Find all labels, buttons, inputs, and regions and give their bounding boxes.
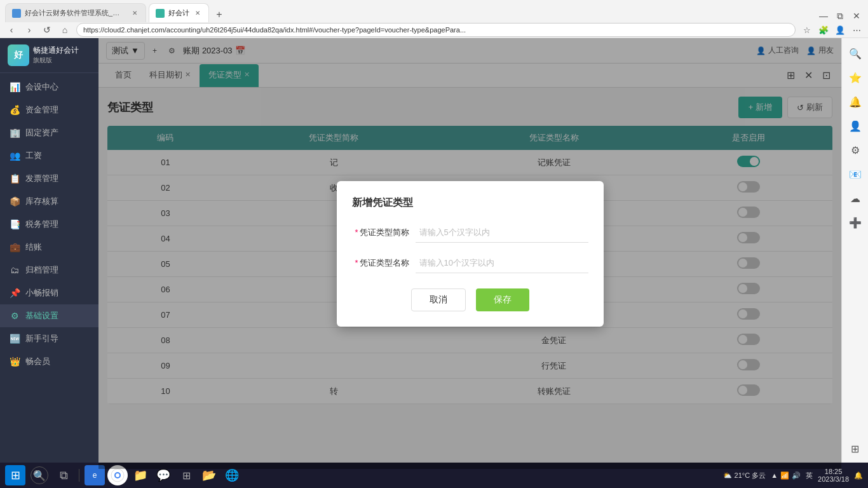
sidebar-label-expense: 小畅报销 <box>25 287 58 299</box>
abbr-label: *凭证类型简称 <box>352 227 416 238</box>
browser-chrome: 好会计云财务软件管理系统_会计 ✕ 好会计 ✕ + — ⧉ ✕ ‹ › ↺ ⌂ … <box>0 0 868 38</box>
sidebar-item-guide[interactable]: 🆕 新手引导 <box>0 327 98 350</box>
home-button[interactable]: ⌂ <box>58 24 71 36</box>
inventory-icon: 📦 <box>9 196 20 207</box>
rp-cloud-icon[interactable]: ☁ <box>845 188 865 208</box>
rp-star-icon[interactable]: ⭐ <box>845 67 865 88</box>
guide-icon: 🆕 <box>9 333 20 344</box>
taskbar-taskview[interactable]: ⧉ <box>53 465 74 485</box>
dialog-box: 新增凭证类型 *凭证类型简称 *凭证类型名称 取消 保存 <box>337 181 604 327</box>
close-browser-button[interactable]: ✕ <box>850 10 863 22</box>
name-input[interactable] <box>416 253 588 273</box>
star-icon[interactable]: ☆ <box>801 24 813 36</box>
rp-search-icon[interactable]: 🔍 <box>845 43 865 64</box>
save-button[interactable]: 保存 <box>476 288 529 311</box>
tray-arrow[interactable]: ▲ <box>771 471 778 479</box>
settlement-icon: 💼 <box>9 241 20 253</box>
tab-close-2[interactable]: ✕ <box>193 9 202 18</box>
dashboard-icon: 📊 <box>9 81 20 93</box>
rp-grid-icon[interactable]: ⊞ <box>845 438 865 459</box>
rp-settings-icon[interactable]: ⚙ <box>845 140 865 160</box>
back-button[interactable]: ‹ <box>5 24 18 36</box>
new-tab-button[interactable]: + <box>212 7 227 22</box>
tray-weather-text: 21°C 多云 <box>735 471 766 480</box>
maximize-button[interactable]: ⧉ <box>834 10 846 22</box>
cancel-button[interactable]: 取消 <box>411 288 466 311</box>
rp-plus-icon[interactable]: ➕ <box>845 212 865 233</box>
tray-notification[interactable]: 🔔 <box>854 471 863 480</box>
right-icon-panel: 🔍 ⭐ 🔔 👤 ⚙ 📧 ☁ ➕ ⊞ ⚙ <box>841 38 868 488</box>
menu-icon[interactable]: ⋯ <box>850 24 863 36</box>
rp-user-icon[interactable]: 👤 <box>845 116 865 136</box>
current-date: 2023/3/18 <box>818 475 849 483</box>
logo-text-block: 畅捷通好会计 旗舰版 <box>33 46 79 65</box>
tax-icon: 📑 <box>9 219 20 230</box>
tray-lang: 英 <box>806 471 813 480</box>
refresh-button[interactable]: ↺ <box>41 24 53 36</box>
sidebar-item-tax[interactable]: 📑 税务管理 <box>0 213 98 236</box>
taskbar-search[interactable]: 🔍 <box>31 466 48 484</box>
sidebar-nav: 📊 会设中心 💰 资金管理 🏢 固定资产 👥 工资 📋 发票管理 📦 库 <box>0 73 98 468</box>
assets-icon: 🏢 <box>9 127 20 139</box>
browser-tab-2[interactable]: 好会计 ✕ <box>149 3 209 22</box>
sys-tray: ⛅ 21°C 多云 <box>723 471 766 480</box>
time-display: 18:25 2023/3/18 <box>818 468 849 483</box>
logo-icon: 好 <box>8 44 29 66</box>
sidebar-label-archive: 归档管理 <box>25 264 58 276</box>
sidebar-item-expense[interactable]: 📌 小畅报销 <box>0 281 98 304</box>
taskbar-right: ⛅ 21°C 多云 ▲ 📶 🔊 英 18:25 2023/3/18 🔔 <box>723 468 863 483</box>
sidebar-item-inventory[interactable]: 📦 库存核算 <box>0 190 98 213</box>
sidebar-item-settlement[interactable]: 💼 结账 <box>0 236 98 259</box>
sidebar-label-settings: 基础设置 <box>25 310 58 322</box>
dialog-footer: 取消 保存 <box>352 288 588 311</box>
svg-point-4 <box>116 473 119 477</box>
sidebar-item-invoice[interactable]: 📋 发票管理 <box>0 167 98 190</box>
tray-sound: 🔊 <box>792 471 801 480</box>
minimize-button[interactable]: — <box>817 10 830 22</box>
dialog-overlay: 新增凭证类型 *凭证类型简称 *凭证类型名称 取消 保存 <box>98 38 841 469</box>
sidebar-label-member: 畅会员 <box>25 356 50 367</box>
tab-close-1[interactable]: ✕ <box>130 9 139 18</box>
tab-title-2: 好会计 <box>168 8 189 18</box>
address-bar: ‹ › ↺ ⌂ https://cloud2.chanjet.com/accou… <box>0 22 868 37</box>
sidebar-item-archive[interactable]: 🗂 归档管理 <box>0 259 98 281</box>
expense-icon: 📌 <box>9 287 20 299</box>
sidebar-label-guide: 新手引导 <box>25 333 58 344</box>
tab-favicon-2 <box>156 9 165 18</box>
profile-icon[interactable]: 👤 <box>834 24 846 36</box>
sidebar-label-invoice: 发票管理 <box>25 173 58 184</box>
sidebar-label-settlement: 结账 <box>25 241 42 253</box>
tray-icons: ▲ 📶 🔊 <box>771 471 801 480</box>
forward-button[interactable]: › <box>23 24 36 36</box>
salary-icon: 👥 <box>9 150 20 161</box>
sidebar-item-settings[interactable]: ⚙ 基础设置 <box>0 304 98 327</box>
logo-title: 畅捷通好会计 <box>33 46 79 56</box>
tab-title-1: 好会计云财务软件管理系统_会计 <box>25 8 126 18</box>
taskbar-separator <box>79 469 79 482</box>
logo-subtitle: 旗舰版 <box>33 56 79 65</box>
sidebar-item-salary[interactable]: 👥 工资 <box>0 144 98 167</box>
toolbar-icons: ☆ 🧩 👤 ⋯ <box>801 24 863 36</box>
archive-icon: 🗂 <box>9 264 20 276</box>
rp-notification-icon[interactable]: 🔔 <box>845 92 865 112</box>
start-button[interactable]: ⊞ <box>5 465 25 485</box>
url-input[interactable]: https://cloud2.chanjet.com/accounting/uh… <box>76 23 796 37</box>
name-label: *凭证类型名称 <box>352 257 416 269</box>
name-required-mark: * <box>355 258 358 268</box>
extension-icon[interactable]: 🧩 <box>817 24 830 36</box>
sidebar-label-salary: 工资 <box>25 150 42 161</box>
funds-icon: 💰 <box>9 104 20 116</box>
form-row-abbr: *凭证类型简称 <box>352 222 588 243</box>
dialog-title: 新增凭证类型 <box>352 196 588 210</box>
abbr-input[interactable] <box>416 222 588 243</box>
tray-wifi: 📶 <box>780 471 789 480</box>
sidebar-item-assets[interactable]: 🏢 固定资产 <box>0 121 98 144</box>
sidebar-item-dashboard[interactable]: 📊 会设中心 <box>0 76 98 98</box>
sidebar-label-assets: 固定资产 <box>25 127 58 139</box>
invoice-icon: 📋 <box>9 173 20 184</box>
sidebar-item-member[interactable]: 👑 畅会员 <box>0 350 98 373</box>
sidebar-item-funds[interactable]: 💰 资金管理 <box>0 98 98 121</box>
browser-tab-1[interactable]: 好会计云财务软件管理系统_会计 ✕ <box>5 3 146 22</box>
sidebar-label-tax: 税务管理 <box>25 219 58 230</box>
rp-mail-icon[interactable]: 📧 <box>845 164 865 184</box>
